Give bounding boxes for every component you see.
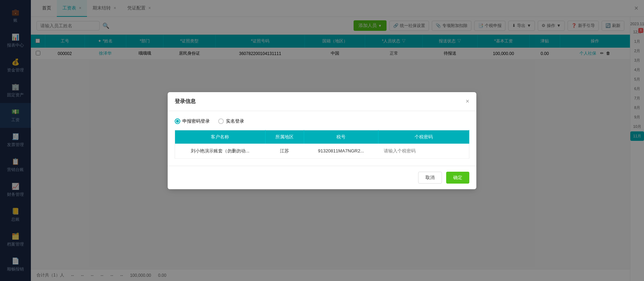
dialog-col-name: 客户名称 (175, 130, 266, 144)
dialog-footer: 取消 确定 (168, 166, 476, 189)
dialog-body: 申报密码登录 实名登录 客户名称 所属地区 税号 个税密码 (168, 111, 476, 166)
dialog-header: 登录信息 × (168, 92, 476, 111)
tax-password-input[interactable] (384, 148, 463, 153)
dialog-col-region: 所属地区 (265, 130, 304, 144)
dialog-close-button[interactable]: × (465, 98, 469, 105)
login-info-table: 客户名称 所属地区 税号 个税密码 刘小艳演示账套（勿删勿动... 江苏 913… (175, 130, 469, 159)
radio-realname-circle (218, 118, 224, 124)
radio-password-login[interactable]: 申报密码登录 (175, 118, 210, 124)
confirm-button[interactable]: 确定 (446, 172, 469, 184)
dialog-region: 江苏 (265, 144, 304, 159)
modal-overlay: 登录信息 × 申报密码登录 实名登录 客户名称 所属 (0, 0, 644, 281)
dialog-col-tax-id: 税号 (304, 130, 378, 144)
dialog-col-password: 个税密码 (378, 130, 469, 144)
dialog-table-row: 刘小艳演示账套（勿删勿动... 江苏 91320811MA7NGR2... (175, 144, 469, 159)
dialog-password-cell (378, 144, 469, 159)
radio-realname-login[interactable]: 实名登录 (218, 118, 244, 124)
dialog-title: 登录信息 (175, 98, 196, 105)
login-dialog: 登录信息 × 申报密码登录 实名登录 客户名称 所属 (168, 92, 476, 189)
dialog-tax-id: 91320811MA7NGR2... (304, 144, 378, 159)
cancel-button[interactable]: 取消 (418, 172, 442, 184)
login-type-radio-group: 申报密码登录 实名登录 (175, 118, 469, 124)
radio-password-circle (175, 118, 180, 124)
dialog-client-name: 刘小艳演示账套（勿删勿动... (175, 144, 266, 159)
